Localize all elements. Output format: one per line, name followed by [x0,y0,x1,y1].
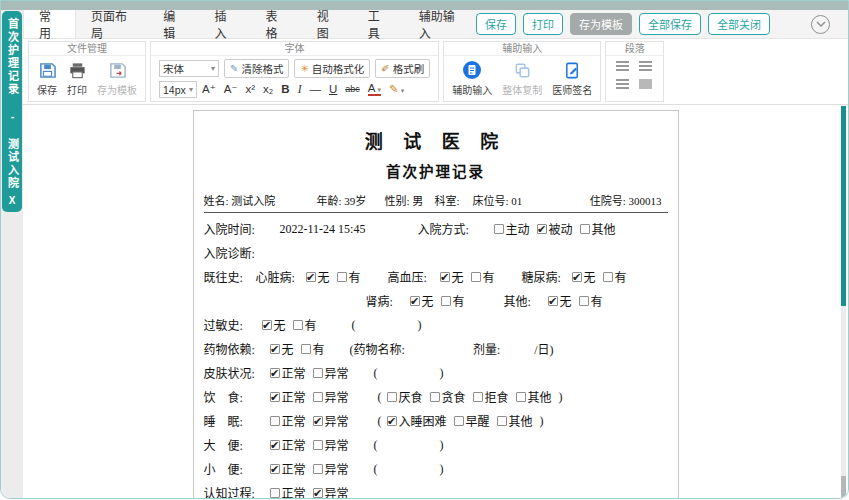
align-center-icon[interactable] [616,79,629,89]
menu-tab-编辑[interactable]: 编辑 [148,10,199,38]
checkbox-unchecked-icon[interactable] [313,440,323,450]
checkbox-贪食[interactable]: 贪食 [430,388,466,406]
format-button[interactable]: U [329,84,337,96]
action-button-存为模板[interactable]: 存为模板 [570,13,632,35]
checkbox-unchecked-icon[interactable] [580,224,590,234]
checkbox-异常[interactable]: 异常 [313,364,349,382]
font-tool-清除格式[interactable]: ✎清除格式 [224,59,289,78]
menu-tab-页面布局[interactable]: 页面布局 [76,10,148,38]
checkbox-正常[interactable]: ✔正常 [270,364,306,382]
checkbox-异常[interactable]: ✔异常 [313,412,349,430]
font-tool-格式刷[interactable]: ✐格式刷 [375,59,430,78]
checkbox-主动[interactable]: 主动 [494,220,530,238]
open-document-tab[interactable]: 首次护理记录 - 测试入院 X [2,11,22,212]
checkbox-checked-icon[interactable]: ✔ [537,224,547,234]
ribbon-button-存为模板[interactable]: 存为模板 [97,61,137,97]
action-button-保存[interactable]: 保存 [476,13,516,35]
checkbox-checked-icon[interactable]: ✔ [270,464,280,474]
checkbox-unchecked-icon[interactable] [497,416,507,426]
checkbox-无[interactable]: ✔无 [410,292,434,310]
checkbox-正常[interactable]: ✔正常 [270,388,306,406]
format-button[interactable]: A⁺ [202,84,216,96]
checkbox-unchecked-icon[interactable] [454,416,464,426]
font-family-select[interactable]: 宋体 ▾ [159,60,219,77]
checkbox-其他[interactable]: 其他 [580,220,616,238]
checkbox-有[interactable]: 有 [441,292,465,310]
checkbox-有[interactable]: 有 [337,268,361,286]
document-page[interactable]: 测 试 医 院 首次护理记录 姓名: 测试入院年龄: 39岁性别: 男科室:床位… [193,110,679,499]
close-document-icon[interactable]: X [9,195,16,206]
action-button-打印[interactable]: 打印 [523,13,563,35]
checkbox-unchecked-icon[interactable] [603,272,613,282]
checkbox-unchecked-icon[interactable] [313,392,323,402]
checkbox-unchecked-icon[interactable] [471,272,481,282]
menu-tab-常用[interactable]: 常用 [23,10,76,38]
checkbox-checked-icon[interactable]: ✔ [270,392,280,402]
checkbox-有[interactable]: 有 [579,292,603,310]
menu-tab-插入[interactable]: 插入 [199,10,250,38]
menu-tab-视图[interactable]: 视图 [302,10,353,38]
collapse-ribbon-chevron-icon[interactable] [811,15,830,34]
menu-tab-表格[interactable]: 表格 [251,10,302,38]
checkbox-checked-icon[interactable]: ✔ [548,296,558,306]
checkbox-unchecked-icon[interactable] [430,392,440,402]
checkbox-unchecked-icon[interactable] [441,296,451,306]
checkbox-入睡困难[interactable]: ✔入睡困难 [387,412,447,430]
checkbox-unchecked-icon[interactable] [301,344,311,354]
checkbox-无[interactable]: ✔无 [306,268,330,286]
checkbox-checked-icon[interactable]: ✔ [270,344,280,354]
align-justify-icon[interactable] [639,79,652,89]
checkbox-unchecked-icon[interactable] [313,464,323,474]
checkbox-checked-icon[interactable]: ✔ [306,272,316,282]
checkbox-checked-icon[interactable]: ✔ [270,440,280,450]
checkbox-unchecked-icon[interactable] [387,392,397,402]
checkbox-有[interactable]: 有 [471,268,495,286]
checkbox-无[interactable]: ✔无 [270,340,294,358]
format-button[interactable]: A [368,83,381,97]
checkbox-异常[interactable]: 异常 [313,388,349,406]
format-button[interactable]: I [298,84,302,96]
action-button-全部关闭[interactable]: 全部关闭 [708,13,770,35]
ribbon-button-打印[interactable]: 打印 [67,61,87,97]
menu-tab-辅助输入[interactable]: 辅助输入 [404,10,476,38]
ribbon-button-整体复制[interactable]: 整体复制 [502,61,542,97]
checkbox-异常[interactable]: ✔异常 [313,484,349,499]
checkbox-checked-icon[interactable]: ✔ [572,272,582,282]
checkbox-正常[interactable]: ✔正常 [270,460,306,478]
format-button[interactable]: — [309,84,321,96]
checkbox-unchecked-icon[interactable] [494,224,504,234]
ribbon-button-辅助输入[interactable]: 辅助输入 [452,60,492,97]
menu-tab-工具[interactable]: 工具 [353,10,404,38]
checkbox-拒食[interactable]: 拒食 [473,388,509,406]
checkbox-checked-icon[interactable]: ✔ [262,320,272,330]
vertical-scrollbar[interactable] [841,106,846,498]
scrollbar-down-button[interactable] [841,476,846,498]
format-button[interactable]: A⁻ [224,84,238,96]
scrollbar-thumb[interactable] [841,106,846,306]
checkbox-早醒[interactable]: 早醒 [454,412,490,430]
format-button[interactable]: abc [345,85,360,94]
action-button-全部保存[interactable]: 全部保存 [639,13,701,35]
checkbox-unchecked-icon[interactable] [270,488,280,498]
checkbox-正常[interactable]: 正常 [270,412,306,430]
checkbox-unchecked-icon[interactable] [516,392,526,402]
checkbox-正常[interactable]: 正常 [270,484,306,499]
checkbox-有[interactable]: 有 [301,340,325,358]
checkbox-无[interactable]: ✔无 [440,268,464,286]
checkbox-unchecked-icon[interactable] [473,392,483,402]
ribbon-button-医师签名[interactable]: 医师签名 [552,61,592,97]
checkbox-厌食[interactable]: 厌食 [387,388,423,406]
checkbox-异常[interactable]: 异常 [313,436,349,454]
align-left-icon[interactable] [616,61,629,71]
checkbox-其他[interactable]: 其他 [516,388,552,406]
align-right-icon[interactable] [639,61,652,71]
format-button[interactable]: B [281,84,289,96]
checkbox-unchecked-icon[interactable] [313,368,323,378]
font-size-select[interactable]: 14px ▾ [159,81,197,98]
checkbox-checked-icon[interactable]: ✔ [313,488,323,498]
checkbox-无[interactable]: ✔无 [262,316,286,334]
checkbox-checked-icon[interactable]: ✔ [313,416,323,426]
checkbox-被动[interactable]: ✔被动 [537,220,573,238]
checkbox-unchecked-icon[interactable] [270,416,280,426]
checkbox-checked-icon[interactable]: ✔ [440,272,450,282]
